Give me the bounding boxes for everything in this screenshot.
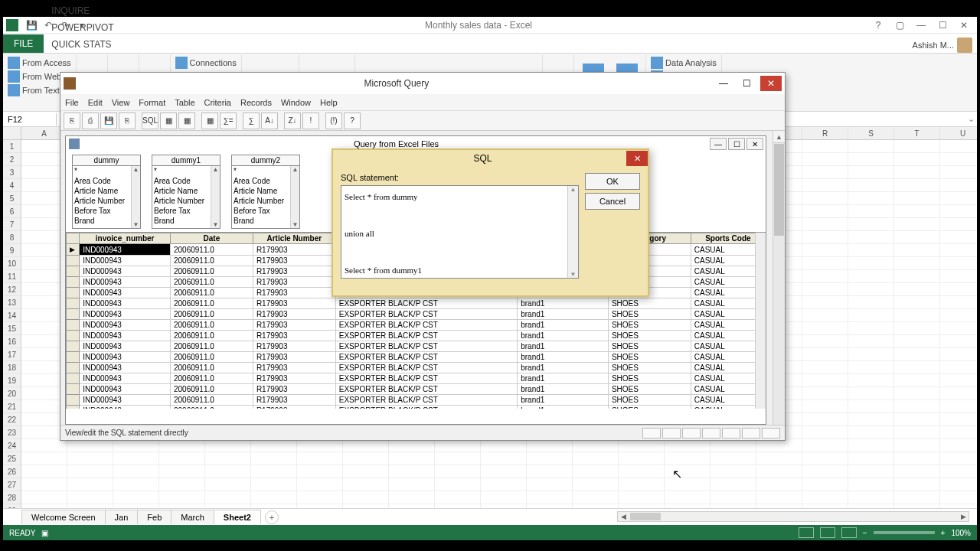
pane-scrollbar[interactable]: ▲▼ [131,166,140,228]
mq-minimize-icon[interactable]: — [713,76,734,91]
from-access-button[interactable]: From Access [8,57,71,69]
grid-cell[interactable]: IND000943 [80,331,171,341]
grid-cell[interactable]: R179903 [253,320,335,331]
grid-cell[interactable]: CASUAL [691,384,765,395]
grid-cell[interactable]: EXSPORTER BLACK/P CST [335,320,517,331]
grid-cell[interactable]: EXSPORTER BLACK/P CST [335,298,517,309]
col-header[interactable]: U [940,127,977,139]
next-record-button[interactable] [702,428,720,439]
record-number[interactable] [682,428,701,439]
grid-cell[interactable]: EXSPORTER BLACK/P CST [335,331,517,341]
close-icon[interactable]: ✕ [954,18,974,32]
mq-tool-9[interactable]: ∑ [243,112,260,129]
sheet-tab-feb[interactable]: Feb [137,510,172,524]
sql-dialog-close-icon[interactable]: ✕ [626,151,648,166]
grid-cell[interactable]: EXSPORTER BLACK/P CST [335,395,517,406]
row-header[interactable]: 4 [3,179,21,192]
scroll-right-icon[interactable]: ▶ [958,513,969,520]
row-header[interactable]: 26 [3,465,21,478]
grid-cell[interactable]: brand1 [518,406,609,409]
table-pane-dummy[interactable]: dummy*Area CodeArticle NameArticle Numbe… [72,155,141,229]
grid-cell[interactable]: SHOES [608,384,691,395]
table-column[interactable]: Area Code [232,176,290,186]
grid-cell[interactable]: SHOES [608,320,691,331]
grid-cell[interactable]: IND000943 [80,320,171,331]
row-selector[interactable] [67,395,80,406]
table-column[interactable]: Article Number [232,196,290,206]
grid-cell[interactable]: CASUAL [691,309,765,320]
grid-cell[interactable]: CASUAL [691,266,765,277]
grid-cell[interactable]: EXSPORTER BLACK/P CST [335,363,517,373]
maximize-icon[interactable]: ☐ [933,18,952,32]
mq-tool-0[interactable]: ⎘ [64,112,80,129]
grid-header[interactable]: invoice_number [80,233,171,244]
grid-cell[interactable]: 20060911.0 [170,244,253,256]
row-header[interactable]: 6 [3,205,21,218]
mq-tool-14[interactable]: ? [344,112,361,129]
scroll-up-icon[interactable]: ▲ [773,131,785,143]
row-header[interactable]: 23 [3,426,21,439]
grid-cell[interactable]: IND000943 [80,266,171,277]
child-minimize-icon[interactable]: — [710,138,727,150]
grid-cell[interactable]: EXSPORTER BLACK/P CST [335,309,517,320]
table-column[interactable]: Area Code [152,176,211,186]
page-break-view-icon[interactable] [841,527,857,538]
table-column[interactable]: Before Tax [152,206,211,216]
ribbon-tab-powerpivot[interactable]: POWERPIVOT [44,19,135,36]
row-header[interactable]: 7 [3,218,21,231]
row-header[interactable]: 11 [3,270,21,283]
grid-cell[interactable]: 20060911.0 [170,363,253,373]
grid-cell[interactable]: IND000943 [80,352,171,363]
table-column[interactable]: Article Number [152,196,211,206]
grid-cell[interactable]: R179903 [253,309,335,320]
grid-cell[interactable]: R179903 [253,244,335,256]
grid-cell[interactable]: R179903 [253,373,335,384]
ribbon-tab-quick-stats[interactable]: QUICK STATS [44,36,135,53]
zoom-out-icon[interactable]: − [863,529,867,537]
datagrid-vscroll[interactable] [755,233,766,409]
mq-tool-4[interactable]: SQL [142,112,158,129]
grid-cell[interactable]: brand1 [518,341,609,352]
sql-statement-textarea[interactable] [341,186,567,278]
row-selector[interactable] [67,288,80,298]
grid-cell[interactable]: EXSPORTER BLACK/P CST [335,373,517,384]
grid-cell[interactable]: R179903 [253,298,335,309]
grid-cell[interactable]: IND000943 [80,384,171,395]
row-header[interactable]: 8 [3,231,21,244]
row-header[interactable]: 28 [3,491,21,504]
mq-menu-edit[interactable]: Edit [88,98,103,107]
nav-extra-1[interactable] [742,428,760,439]
grid-cell[interactable]: CASUAL [691,277,765,288]
grid-cell[interactable]: IND000943 [80,277,171,288]
user-account[interactable]: Ashish M... [913,37,972,53]
hscroll-thumb[interactable] [630,513,661,520]
grid-cell[interactable]: brand1 [518,384,609,395]
grid-cell[interactable]: SHOES [608,331,691,341]
grid-cell[interactable]: R179903 [253,341,335,352]
grid-cell[interactable]: CASUAL [691,256,765,266]
grid-cell[interactable]: SHOES [608,309,691,320]
cancel-button[interactable]: Cancel [585,193,640,210]
grid-cell[interactable]: 20060911.0 [170,384,253,395]
mq-tool-7[interactable]: ▦ [201,112,218,129]
prev-record-button[interactable] [662,428,681,439]
row-selector[interactable] [67,320,80,331]
grid-cell[interactable]: EXSPORTER BLACK/P CST [335,384,517,395]
child-maximize-icon[interactable]: ☐ [728,138,745,150]
row-header[interactable]: 13 [3,296,21,309]
from-text-button[interactable]: From Text [8,84,60,96]
new-sheet-button[interactable]: + [265,510,279,524]
sheet-tab-welcome-screen[interactable]: Welcome Screen [21,510,106,524]
row-header[interactable]: 19 [3,374,21,387]
col-header[interactable]: S [848,127,894,139]
mq-tool-6[interactable]: ▦ [178,112,195,129]
mq-menu-criteria[interactable]: Criteria [204,98,231,107]
grid-header[interactable]: Sports Code [691,233,765,244]
grid-cell[interactable]: R179903 [253,288,335,298]
grid-cell[interactable]: CASUAL [691,320,765,331]
grid-cell[interactable]: CASUAL [691,341,765,352]
grid-header[interactable]: Date [170,233,253,244]
row-header[interactable]: 12 [3,283,21,296]
mq-tool-13[interactable]: (!) [325,112,342,129]
row-header[interactable]: 9 [3,244,21,257]
